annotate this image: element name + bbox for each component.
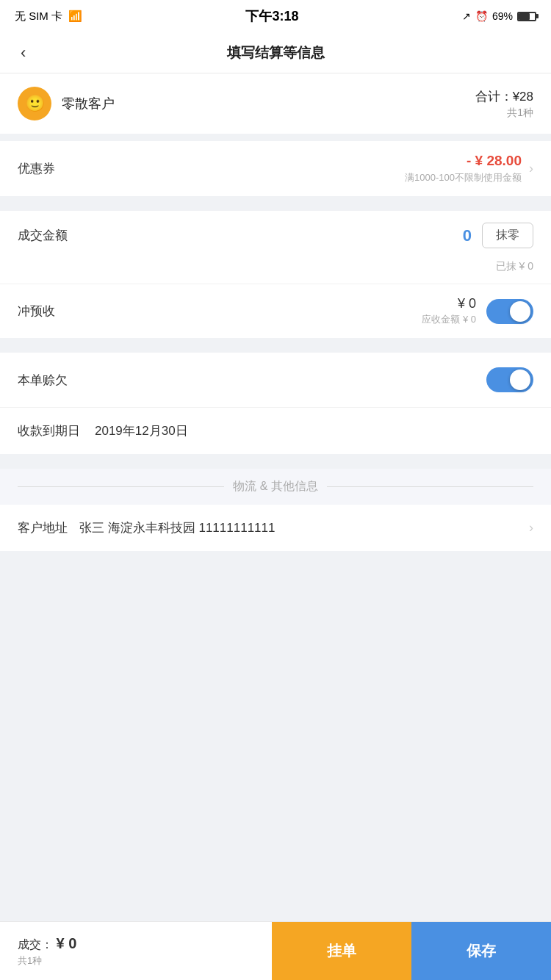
deal-right: 0 抹零 [450,223,533,248]
coupon-discount: - ¥ 28.00 [405,153,522,169]
prepay-toggle[interactable] [486,299,533,324]
duedate-label: 收款到期日 [18,422,80,439]
coupon-info: - ¥ 28.00 满1000-100不限制使用金额 [405,153,522,184]
duedate-value[interactable]: 2019年12月30日 [95,422,188,439]
logistics-label: 物流 & 其他信息 [233,479,318,494]
bottom-summary: 成交： ¥ 0 共1种 [0,935,272,968]
customer-count: 共1种 [475,107,533,120]
debt-section: 本单赊欠 收款到期日 2019年12月30日 [0,353,551,454]
battery-icon [517,12,536,21]
save-button[interactable]: 保存 [411,922,551,980]
deal-section: 成交金额 0 抹零 已抹 ¥ 0 冲预收 ¥ 0 应收金额 ¥ 0 [0,211,551,338]
location-icon: ↗ [462,10,471,22]
prepay-amount: ¥ 0 [422,296,476,311]
customer-name: 零散客户 [62,95,115,112]
customer-section: 🙂 零散客户 合计：¥28 共1种 [0,73,551,134]
divider-1 [0,203,551,211]
coupon-label: 优惠券 [18,160,55,177]
customer-row: 🙂 零散客户 合计：¥28 共1种 [0,73,551,134]
back-button[interactable]: ‹ [15,37,32,68]
address-value: 张三 海淀永丰科技园 11111111111 [79,519,529,536]
wifi-icon: 📶 [68,10,82,23]
debt-toggle[interactable] [486,367,533,392]
debt-label: 本单赊欠 [18,372,68,389]
prepay-row: 冲预收 ¥ 0 应收金额 ¥ 0 [0,284,551,338]
nav-bar: ‹ 填写结算等信息 [0,32,551,73]
customer-left: 🙂 零散客户 [18,87,115,120]
toggle-knob-debt [510,370,530,390]
hold-button[interactable]: 挂单 [272,922,411,980]
avatar-icon: 🙂 [25,94,45,113]
bottom-bar: 成交： ¥ 0 共1种 挂单 保存 [0,921,551,980]
bottom-deal-label: 成交： [18,938,53,951]
bottom-actions: 挂单 保存 [272,922,551,980]
bottom-spacer [0,558,551,661]
coupon-description: 满1000-100不限制使用金额 [405,171,522,184]
deal-amount-value[interactable]: 0 [450,226,472,245]
alarm-icon: ⏰ [475,10,488,22]
customer-total: 合计：¥28 [475,88,533,105]
logistics-line-right [327,486,533,487]
deal-amount-row: 成交金额 0 抹零 [0,211,551,260]
address-chevron-icon: › [529,520,533,536]
customer-avatar: 🙂 [18,87,51,120]
prepay-info: ¥ 0 应收金额 ¥ 0 [422,296,476,326]
chevron-right-icon: › [529,161,533,176]
customer-summary: 合计：¥28 共1种 [475,88,533,120]
address-section: 客户地址 张三 海淀永丰科技园 11111111111 › [0,505,551,551]
bottom-deal-line: 成交： ¥ 0 [18,935,254,953]
status-time: 下午3:18 [245,7,298,25]
bottom-deal-amount: ¥ 0 [56,935,76,951]
prepay-right: ¥ 0 应收金额 ¥ 0 [422,296,533,326]
logistics-header: 物流 & 其他信息 [0,469,551,505]
divider-3 [0,461,551,469]
coupon-section: 优惠券 - ¥ 28.00 满1000-100不限制使用金额 › [0,141,551,196]
address-row[interactable]: 客户地址 张三 海淀永丰科技园 11111111111 › [0,505,551,551]
divider-2 [0,345,551,353]
coupon-row[interactable]: 优惠券 - ¥ 28.00 满1000-100不限制使用金额 › [0,141,551,196]
duedate-row: 收款到期日 2019年12月30日 [0,407,551,454]
round-button[interactable]: 抹零 [482,223,533,248]
bottom-count: 共1种 [18,954,254,968]
prepay-label: 冲预收 [18,303,55,320]
address-label: 客户地址 [18,519,68,536]
prepay-sub: 应收金额 ¥ 0 [422,313,476,326]
coupon-right: - ¥ 28.00 满1000-100不限制使用金额 › [405,153,533,184]
deal-sub-label: 已抹 ¥ 0 [0,260,551,284]
status-bar: 无 SIM 卡 📶 下午3:18 ↗ ⏰ 69% [0,0,551,32]
status-left: 无 SIM 卡 📶 [15,10,82,24]
no-sim-label: 无 SIM 卡 [15,10,62,24]
status-right: ↗ ⏰ 69% [462,10,536,22]
deal-label: 成交金额 [18,227,68,244]
toggle-knob [510,301,530,322]
logistics-line-left [18,486,224,487]
debt-row: 本单赊欠 [0,353,551,407]
page-title: 填写结算等信息 [227,43,325,62]
battery-percent: 69% [492,10,513,22]
